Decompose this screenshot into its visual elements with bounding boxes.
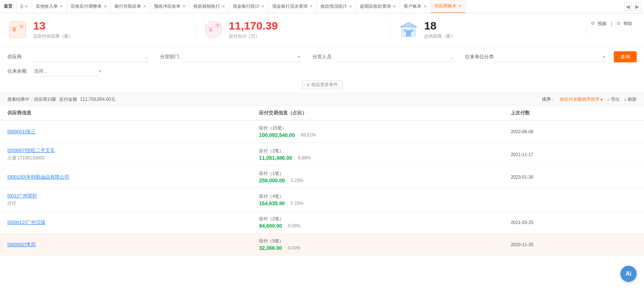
filter-manager: 分管人员 ...	[312, 52, 454, 62]
collapse-button[interactable]: ∧ 收起更多条件	[302, 80, 343, 89]
supplier-filter-label: 供应商	[7, 54, 29, 60]
result-bar: 搜索结果中，供应商13家 应付金额 111,703,854.00元 排序： 按应…	[0, 93, 644, 106]
sort-dropdown-icon: ▾	[601, 97, 603, 102]
nav-tab-collect-stat[interactable]: 收款情况统计 ✕	[317, 0, 356, 13]
close-icon-overdue[interactable]: ✕	[393, 4, 396, 9]
nav-tab-customer-ledger[interactable]: 客户账本 ✕	[400, 0, 431, 13]
close-icon-cash-stat[interactable]: ✕	[261, 4, 265, 9]
nav-tab-cash-flow[interactable]: 现金银行流水查询 ✕	[269, 0, 317, 13]
transaction-type-5: 应付（2笔）	[259, 216, 284, 222]
close-icon-adjustment[interactable]: ✕	[104, 4, 107, 9]
last-payment-cell-2: 2021-11-17	[511, 152, 637, 157]
nav-tab-3[interactable]: 3 ✕	[17, 0, 32, 13]
nav-tab-bank[interactable]: 银行存取款单 ✕	[111, 0, 150, 13]
tab-adjustment-label: 应收应付调整单	[71, 3, 102, 10]
transaction-type-6: 应付（5笔）	[259, 238, 284, 244]
transaction-amount-1[interactable]: 100,092,540.00	[259, 132, 295, 138]
home-label: 首页	[4, 3, 13, 10]
supplier-cell-5: [000012]广州贝瑞	[7, 219, 259, 226]
manager-input[interactable]	[337, 52, 448, 62]
collapse-bar: ∧ 收起更多条件	[7, 80, 637, 89]
supplier-input[interactable]	[32, 52, 143, 62]
close-icon-tab3[interactable]: ✕	[25, 4, 28, 9]
balance-dropdown-icon[interactable]: ▾	[97, 69, 102, 74]
transaction-cell-6: 应付（5笔） 32,366.00 0.03%	[259, 238, 511, 251]
supplier-dots-icon[interactable]: ...	[143, 54, 149, 60]
close-icon-bank[interactable]: ✕	[143, 4, 146, 9]
balance-input[interactable]	[32, 66, 97, 76]
link-separator: ｜	[609, 21, 614, 27]
transaction-cell-3: 应付（1笔） 258,000.00 0.23%	[259, 170, 511, 183]
supplier-link-3[interactable]: [000100]本特勤油品有限公司	[7, 174, 259, 180]
nav-tab-prepay[interactable]: 预收冲应收单 ✕	[150, 0, 190, 13]
close-icon-collect-stat[interactable]: ✕	[349, 4, 352, 9]
unit-category-input[interactable]	[497, 52, 601, 62]
sort-select[interactable]: 按应付余额倒序排序 ▾	[560, 96, 603, 103]
tab-prepay-label: 预收冲应收单	[154, 3, 181, 10]
nav-tab-cash-stat[interactable]: 现金银行统计 ✕	[229, 0, 269, 13]
stat-label-total-suppliers: 总供应商（家）	[424, 33, 455, 39]
nav-tab-overdue[interactable]: 超期应收款查询 ✕	[356, 0, 400, 13]
last-payment-cell-5: 2021-03-25	[511, 220, 637, 225]
svg-text:¥: ¥	[209, 26, 213, 34]
nav-tab-supplier-ledger[interactable]: 供应商账本 ✕	[431, 0, 466, 13]
close-icon-prepay[interactable]: ✕	[182, 4, 186, 9]
close-icon-collection[interactable]: ✕	[222, 4, 225, 9]
supplier-link-6[interactable]: [000002]李四	[7, 241, 259, 248]
department-dropdown-icon[interactable]: ▾	[296, 54, 301, 59]
last-payment-cell-1: 2022-08-08	[511, 129, 637, 134]
svg-rect-11	[406, 30, 411, 37]
supplier-link-2[interactable]: [000007]恒旺二手叉车	[7, 147, 259, 154]
supplier-link-1[interactable]: [000001]张三	[7, 128, 259, 135]
transaction-amount-6[interactable]: 32,366.00	[259, 245, 282, 251]
close-icon-cash-flow[interactable]: ✕	[309, 4, 313, 9]
supplier-sub-4: 仔仔	[7, 200, 259, 207]
last-payment-date-5: 2021-03-25	[511, 220, 533, 225]
balance-filter-label: 往来余额	[7, 68, 29, 75]
stat-label-payable-amount: 应付合计（万）	[229, 33, 278, 39]
ai-button[interactable]: Ai	[620, 266, 637, 282]
ai-button-label: Ai	[626, 270, 631, 277]
tab-supplier-ledger-label: 供应商账本	[434, 3, 456, 9]
filter-unit-category: 往来单位分类 ▾	[465, 52, 606, 62]
transaction-amount-3[interactable]: 258,000.00	[259, 177, 285, 183]
stat-card-payable-amount: ¥ S 11,170.39 应付合计（万）	[196, 19, 391, 40]
department-input[interactable]	[185, 52, 296, 62]
close-icon-other-income[interactable]: ✕	[60, 4, 63, 9]
transaction-type-3: 应付（1笔）	[259, 170, 284, 177]
tab-cash-flow-label: 现金银行流水查询	[272, 3, 308, 10]
nav-next-arrow[interactable]: ▶	[633, 3, 641, 11]
export-button[interactable]: ○ 导出	[607, 96, 620, 103]
close-icon-customer[interactable]: ✕	[423, 4, 427, 9]
transaction-pct-1: 89.61%	[301, 132, 316, 138]
transaction-amount-4[interactable]: 164,635.90	[259, 200, 285, 206]
stat-number-total-suppliers: 18	[424, 20, 455, 32]
search-button[interactable]: 查询	[614, 51, 637, 62]
last-payment-date-3: 2023-01-30	[511, 175, 533, 180]
nav-tab-home[interactable]: 首页	[0, 0, 17, 13]
refresh-icon: ○	[624, 97, 627, 102]
unit-category-dropdown-icon[interactable]: ▾	[601, 54, 606, 59]
supplier-link-4[interactable]: [001]广州荣轩	[7, 193, 259, 199]
last-payment-date-1: 2022-08-08	[511, 129, 533, 134]
nav-tab-other-income[interactable]: 其他收入单 ✕	[32, 0, 67, 13]
transaction-pct-4: 0.15%	[291, 201, 303, 206]
nav-prev-arrow[interactable]: ◀	[624, 3, 632, 11]
supplier-link-5[interactable]: [000012]广州贝瑞	[7, 219, 259, 226]
collapse-up-icon: ∧	[307, 82, 310, 87]
stat-number-payable-suppliers: 13	[33, 20, 73, 32]
close-icon-supplier[interactable]: ✕	[458, 4, 462, 8]
transaction-amount-5[interactable]: 94,600.00	[259, 223, 282, 229]
stat-info-total-suppliers: 18 总供应商（家）	[424, 20, 455, 39]
refresh-button[interactable]: ○ 刷新	[624, 96, 637, 103]
help-link[interactable]: 帮助	[623, 21, 632, 27]
manager-dots-icon[interactable]: ...	[448, 54, 454, 60]
supplier-cell-2: [000007]恒旺二手叉车 王通 17106110000	[7, 147, 259, 161]
nav-tab-collection[interactable]: 收款核销执行 ✕	[190, 0, 229, 13]
video-link[interactable]: 视频	[598, 21, 606, 27]
transaction-cell-4: 应付（4笔） 164,635.90 0.15%	[259, 193, 511, 206]
store-icon	[398, 19, 419, 40]
nav-tab-adjustment[interactable]: 应收应付调整单 ✕	[67, 0, 111, 13]
transaction-amount-2[interactable]: 11,051,486.00	[259, 155, 292, 161]
svg-text:S: S	[216, 23, 218, 27]
